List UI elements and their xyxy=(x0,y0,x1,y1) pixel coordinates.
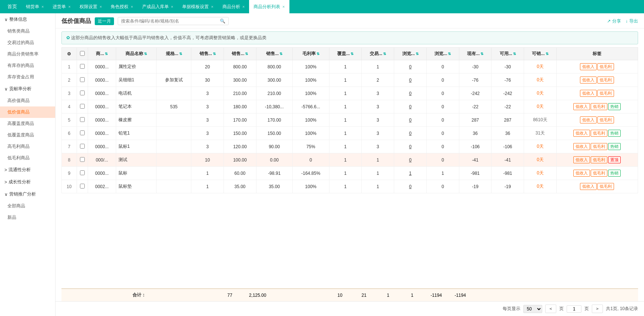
th-code[interactable]: 商...⇅ xyxy=(88,48,116,60)
nav-templates[interactable]: 单据模板设置 × xyxy=(178,0,218,13)
sidebar-item-traded-goods[interactable]: 交易过的商品 xyxy=(0,37,55,48)
cell-checkbox[interactable] xyxy=(77,167,88,180)
browse1-link[interactable]: 0 xyxy=(409,157,412,163)
th-sales1[interactable]: 销售...⇅ xyxy=(191,48,224,60)
cell-browse1[interactable]: 0 xyxy=(394,74,427,87)
browse1-link[interactable]: 0 xyxy=(409,78,412,83)
browse1-link[interactable]: 1 xyxy=(409,171,412,176)
sidebar-item-all-goods[interactable]: 全部商品 xyxy=(0,200,55,212)
nav-analysis-list-close[interactable]: × xyxy=(282,4,285,9)
nav-analysis[interactable]: 商品分析 × xyxy=(218,0,249,13)
th-sales2[interactable]: 销售...⇅ xyxy=(224,48,256,60)
cell-browse1[interactable]: 0 xyxy=(394,153,427,167)
row-checkbox[interactable] xyxy=(80,91,85,95)
nav-permissions-close[interactable]: × xyxy=(100,4,102,9)
cell-browse1[interactable]: 0 xyxy=(394,127,427,140)
nav-purchase[interactable]: 进货单 × xyxy=(48,0,75,13)
th-sales3[interactable]: 销售...⇅ xyxy=(256,48,292,60)
row-checkbox[interactable] xyxy=(80,130,85,135)
sidebar-item-low-value[interactable]: 低价值商品 xyxy=(0,106,55,118)
th-browse1[interactable]: 浏览...⇅ xyxy=(394,48,427,60)
browse1-link[interactable]: 0 xyxy=(409,118,412,123)
cell-checkbox[interactable] xyxy=(77,100,88,113)
cell-browse1[interactable]: 0 xyxy=(394,140,427,153)
cell-browse1[interactable]: 0 xyxy=(394,60,427,74)
table-container[interactable]: ⚙ 商...⇅ 商品名称⇅ 规格...⇅ 销售...⇅ 销售...⇅ 销售...… xyxy=(56,47,644,288)
sidebar-group-overall[interactable]: ∨ 整体信息 xyxy=(0,13,55,26)
nav-analysis-list[interactable]: 商品分析列表 × xyxy=(249,0,289,13)
next-page-button[interactable]: ＞ xyxy=(592,305,603,313)
browse1-link[interactable]: 0 xyxy=(409,91,412,96)
sidebar-item-new-goods[interactable]: 新品 xyxy=(0,212,55,223)
th-margin[interactable]: 毛利率⇅ xyxy=(292,48,329,60)
nav-sales[interactable]: 销货单 × xyxy=(21,0,48,13)
sidebar-item-high-margin[interactable]: 高毛利商品 xyxy=(0,141,55,152)
row-checkbox[interactable] xyxy=(80,157,85,162)
sidebar-item-low-margin[interactable]: 低毛利商品 xyxy=(0,152,55,164)
th-browse2[interactable]: 浏览...⇅ xyxy=(426,48,459,60)
th-sellable[interactable]: 可销...⇅ xyxy=(524,48,557,60)
nav-roles[interactable]: 角色授权 × xyxy=(106,0,137,13)
cell-checkbox[interactable] xyxy=(77,113,88,127)
sidebar-item-high-value[interactable]: 高价值商品 xyxy=(0,95,55,106)
browse1-link[interactable]: 0 xyxy=(409,131,412,136)
gear-icon[interactable]: ⚙ xyxy=(67,51,71,57)
row-checkbox[interactable] xyxy=(80,64,85,69)
cell-checkbox[interactable] xyxy=(77,140,88,153)
export-button[interactable]: ↓ 导出 xyxy=(625,18,638,24)
cell-browse1[interactable]: 0 xyxy=(394,113,427,127)
nav-analysis-close[interactable]: × xyxy=(242,4,245,9)
nav-sales-close[interactable]: × xyxy=(41,4,44,9)
select-all-checkbox[interactable] xyxy=(80,51,85,56)
page-number-input[interactable] xyxy=(567,305,581,313)
cell-checkbox[interactable] xyxy=(77,127,88,140)
sidebar-item-category-rate[interactable]: 商品分类销售率 xyxy=(0,48,55,60)
nav-products-close[interactable]: × xyxy=(171,4,173,9)
search-icon[interactable]: 🔍 xyxy=(220,18,225,24)
row-checkbox[interactable] xyxy=(80,77,85,82)
sidebar-group-circulation[interactable]: > 流通性分析 xyxy=(0,164,55,176)
th-stock2[interactable]: 可用...⇅ xyxy=(492,48,524,60)
cell-checkbox[interactable] xyxy=(77,180,88,193)
cell-browse1[interactable]: 1 xyxy=(394,167,427,180)
per-page-select[interactable]: 50 100 200 xyxy=(523,305,542,313)
cell-checkbox[interactable] xyxy=(77,153,88,167)
date-badge[interactable]: 近一月 xyxy=(95,17,114,25)
row-checkbox[interactable] xyxy=(80,117,85,122)
nav-permissions[interactable]: 权限设置 × xyxy=(75,0,106,13)
th-name[interactable]: 商品名称⇅ xyxy=(116,48,157,60)
sidebar-item-stock-funds[interactable]: 库存资金占用 xyxy=(0,71,55,83)
search-box[interactable]: 🔍 xyxy=(118,17,229,25)
nav-templates-close[interactable]: × xyxy=(211,4,213,9)
row-checkbox[interactable] xyxy=(80,104,85,109)
sidebar-item-high-coverage[interactable]: 高覆盖度商品 xyxy=(0,118,55,129)
cell-checkbox[interactable] xyxy=(77,74,88,87)
browse1-link[interactable]: 0 xyxy=(409,104,412,109)
th-checkbox[interactable] xyxy=(77,48,88,60)
sidebar-item-low-coverage[interactable]: 低覆盖度商品 xyxy=(0,129,55,141)
sidebar-group-contribution[interactable]: ∨ 贡献率分析 xyxy=(0,83,55,95)
browse1-link[interactable]: 0 xyxy=(409,64,412,69)
cell-browse1[interactable]: 0 xyxy=(394,100,427,113)
th-coverage[interactable]: 覆盖...⇅ xyxy=(329,48,362,60)
sidebar-group-growth[interactable]: > 成长性分析 xyxy=(0,176,55,188)
cell-checkbox[interactable] xyxy=(77,60,88,74)
cell-browse1[interactable]: 0 xyxy=(394,180,427,193)
browse1-link[interactable]: 0 xyxy=(409,144,412,149)
browse1-link[interactable]: 0 xyxy=(409,184,412,189)
sidebar-item-stock-goods[interactable]: 有库存的商品 xyxy=(0,60,55,71)
nav-products[interactable]: 产成品入库单 × xyxy=(138,0,178,13)
sidebar-group-marketing[interactable]: ∨ 营销推广分析 xyxy=(0,188,55,200)
row-checkbox[interactable] xyxy=(80,170,85,175)
share-button[interactable]: ↗ 分享 xyxy=(607,18,621,24)
nav-home[interactable]: 首页 xyxy=(3,0,21,13)
th-gear[interactable]: ⚙ xyxy=(62,48,77,60)
cell-checkbox[interactable] xyxy=(77,87,88,100)
row-checkbox[interactable] xyxy=(80,144,85,149)
th-spec[interactable]: 规格...⇅ xyxy=(157,48,191,60)
th-trade[interactable]: 交易...⇅ xyxy=(362,48,394,60)
sidebar-item-sales-goods[interactable]: 销售类商品 xyxy=(0,26,55,37)
th-stock1[interactable]: 现有...⇅ xyxy=(459,48,492,60)
row-checkbox[interactable] xyxy=(80,184,85,188)
nav-purchase-close[interactable]: × xyxy=(68,4,70,9)
